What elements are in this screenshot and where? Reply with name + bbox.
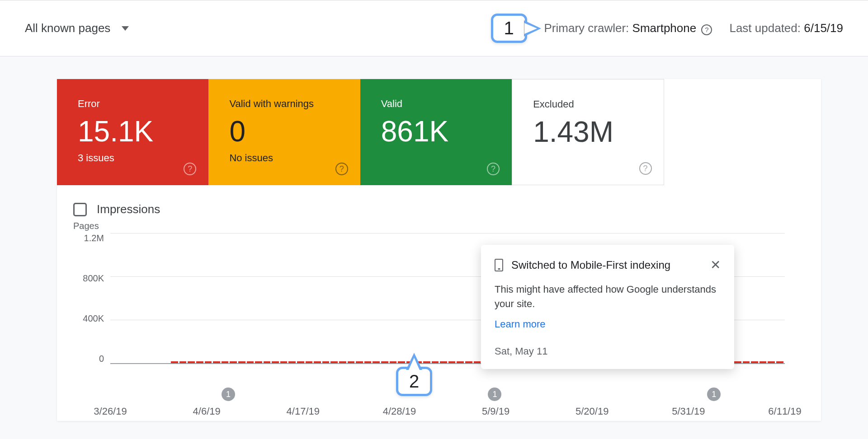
tile-value: 0 xyxy=(229,113,339,149)
chart-bar[interactable] xyxy=(222,361,229,363)
chart-bar[interactable] xyxy=(247,361,254,363)
chart-bar[interactable] xyxy=(356,361,363,363)
chart-x-axis: 3/26/194/6/194/17/194/28/195/9/195/20/19… xyxy=(110,385,785,421)
help-icon[interactable]: ? xyxy=(487,163,500,175)
chart-bar[interactable] xyxy=(390,361,397,363)
tile-value: 861K xyxy=(381,113,491,149)
primary-crawler-value: Smartphone xyxy=(632,21,697,35)
x-tick: 4/17/19 xyxy=(287,406,320,417)
y-tick: 800K xyxy=(73,273,104,284)
chart-bar[interactable] xyxy=(339,361,346,363)
x-tick: 6/11/19 xyxy=(768,406,801,417)
chart-bar[interactable] xyxy=(306,361,313,363)
smartphone-icon xyxy=(495,259,503,271)
chart-bar[interactable] xyxy=(280,361,288,363)
tile-label: Error xyxy=(78,98,187,110)
help-icon[interactable]: ? xyxy=(639,162,652,175)
caret-down-icon xyxy=(122,26,129,31)
tile-label: Valid xyxy=(381,98,491,110)
pages-filter-label: All known pages xyxy=(25,21,110,35)
chart-bar[interactable] xyxy=(373,361,380,363)
help-icon[interactable]: ? xyxy=(701,24,712,35)
chart-bar[interactable] xyxy=(734,361,741,363)
last-updated-label: Last updated: xyxy=(729,21,804,35)
chart-bar[interactable] xyxy=(423,361,430,363)
chart-bar[interactable] xyxy=(432,361,439,363)
help-icon[interactable]: ? xyxy=(184,163,196,175)
chart-bar[interactable] xyxy=(288,361,296,363)
chart-bar[interactable] xyxy=(230,361,237,363)
chart-bar[interactable] xyxy=(205,361,212,363)
annotation-callout-1-label: 1 xyxy=(504,18,514,38)
tile-subtext: No issues xyxy=(229,152,339,164)
x-tick: 5/9/19 xyxy=(482,406,509,417)
impressions-checkbox[interactable] xyxy=(73,203,87,216)
primary-crawler: Primary crawler: Smartphone ? xyxy=(544,21,712,35)
chart-bar[interactable] xyxy=(188,361,195,363)
x-tick: 4/28/19 xyxy=(383,406,416,417)
event-marker[interactable]: 1 xyxy=(488,388,501,401)
chart-bar[interactable] xyxy=(743,361,750,363)
x-tick: 5/20/19 xyxy=(576,406,609,417)
chart-bar[interactable] xyxy=(457,361,464,363)
chart-bar[interactable] xyxy=(196,361,203,363)
chart-bar[interactable] xyxy=(776,361,783,363)
chart-bar[interactable] xyxy=(398,361,405,363)
impressions-toggle-row: Impressions xyxy=(57,185,821,221)
y-tick: 400K xyxy=(73,313,104,324)
event-tooltip: Switched to Mobile-First indexing ✕ This… xyxy=(481,245,734,369)
chart-bar[interactable] xyxy=(314,361,321,363)
tile-value: 15.1K xyxy=(78,113,187,149)
chart-bar[interactable] xyxy=(760,361,767,363)
close-icon[interactable]: ✕ xyxy=(710,257,721,272)
chart-bar[interactable] xyxy=(238,361,245,363)
primary-crawler-label: Primary crawler: xyxy=(544,21,632,35)
chart-bar[interactable] xyxy=(297,361,304,363)
chart-bar[interactable] xyxy=(440,361,447,363)
tile-valid[interactable]: Valid861K? xyxy=(360,79,512,185)
chart-bar[interactable] xyxy=(255,361,262,363)
learn-more-link[interactable]: Learn more xyxy=(495,318,721,330)
tile-error[interactable]: Error15.1K3 issues? xyxy=(57,79,208,185)
tile-excluded[interactable]: Excluded1.43M? xyxy=(512,79,664,185)
help-icon[interactable]: ? xyxy=(335,163,348,175)
tile-blank xyxy=(664,79,821,185)
chart-bar[interactable] xyxy=(330,361,338,363)
chart-bar[interactable] xyxy=(264,361,271,363)
chart-bar[interactable] xyxy=(465,361,472,363)
tile-label: Excluded xyxy=(533,98,642,110)
last-updated: Last updated: 6/15/19 xyxy=(729,21,843,35)
chart-bar[interactable] xyxy=(171,361,178,363)
tile-warn[interactable]: Valid with warnings0No issues? xyxy=(208,79,360,185)
event-marker[interactable]: 1 xyxy=(707,388,721,401)
header-meta: 1 Primary crawler: Smartphone ? Last upd… xyxy=(491,14,843,43)
chart-bar[interactable] xyxy=(448,361,456,363)
chart-bar[interactable] xyxy=(213,361,220,363)
event-tooltip-body: This might have affected how Google unde… xyxy=(495,282,721,311)
chart-bar[interactable] xyxy=(272,361,279,363)
event-marker[interactable]: 1 xyxy=(222,388,235,401)
coverage-card: Error15.1K3 issues?Valid with warnings0N… xyxy=(57,79,821,421)
annotation-callout-1: 1 xyxy=(491,14,527,43)
chart-bar[interactable] xyxy=(474,361,481,363)
chart-bar[interactable] xyxy=(348,361,355,363)
tile-label: Valid with warnings xyxy=(229,98,339,110)
tile-value: 1.43M xyxy=(533,114,642,150)
event-tooltip-date: Sat, May 11 xyxy=(495,346,721,357)
chart-bar[interactable] xyxy=(322,361,330,363)
tile-subtext: 3 issues xyxy=(78,152,187,164)
chart-y-axis: 1.2M800K400K0 xyxy=(73,233,110,364)
pages-filter-dropdown[interactable]: All known pages xyxy=(25,21,129,35)
chart-bar[interactable] xyxy=(381,361,388,363)
chart-bar[interactable] xyxy=(768,361,775,363)
impressions-label: Impressions xyxy=(97,202,160,216)
x-tick: 5/31/19 xyxy=(672,406,705,417)
y-tick: 1.2M xyxy=(73,233,104,243)
coverage-chart: 1.2M800K400K0 Switched to Mobile-First i… xyxy=(57,231,821,385)
x-tick: 4/6/19 xyxy=(193,406,221,417)
last-updated-value: 6/15/19 xyxy=(804,21,843,35)
chart-bar[interactable] xyxy=(179,361,187,363)
chart-bar[interactable] xyxy=(364,361,372,363)
x-tick: 3/26/19 xyxy=(94,406,127,417)
chart-bar[interactable] xyxy=(751,361,758,363)
